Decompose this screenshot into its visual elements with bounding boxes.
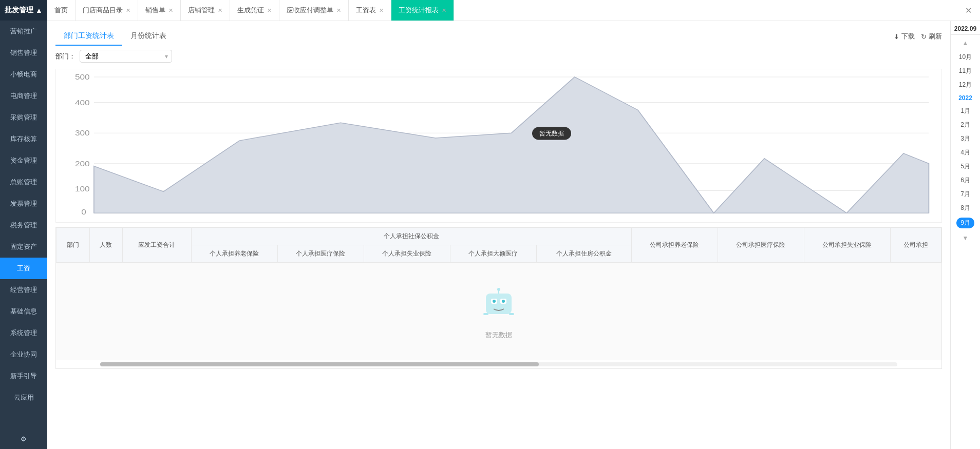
table-container: 部门 人数 应发工资合计 个人承担社保公积金 公司承担养老保险 公司承担医疗保险… <box>55 227 942 369</box>
calendar-month-feb[interactable]: 2月 <box>951 118 980 132</box>
sidebar-item-1[interactable]: 销售管理 <box>0 42 47 64</box>
department-select[interactable]: 全部 <box>80 50 172 63</box>
sidebar-item-11[interactable]: 工资 <box>0 258 47 279</box>
tab-7[interactable]: 工资统计报表✕ <box>391 0 454 21</box>
calendar-month-aug[interactable]: 8月 <box>951 201 980 215</box>
download-button[interactable]: ⬇ 下载 <box>894 32 915 41</box>
tab-close-6[interactable]: ✕ <box>379 7 384 14</box>
th-personal-medical: 个人承担医疗保险 <box>277 245 364 263</box>
main-panel: 部门工资统计表 月份统计表 ⬇ 下载 ↻ 刷新 部门： <box>47 21 950 449</box>
sidebar-item-8[interactable]: 发票管理 <box>0 193 47 214</box>
th-total-salary: 应发工资合计 <box>123 228 192 263</box>
sidebar-item-17[interactable]: 云应用 <box>0 387 47 408</box>
svg-text:500: 500 <box>75 73 90 81</box>
calendar-down-button[interactable]: ▼ <box>959 232 972 244</box>
tab-0[interactable]: 首页 <box>47 0 76 21</box>
sidebar-item-4[interactable]: 采购管理 <box>0 107 47 128</box>
empty-state: 暂无数据 <box>56 263 941 360</box>
calendar-month-mar[interactable]: 3月 <box>951 132 980 146</box>
th-company-other: 公司承担 <box>890 228 941 263</box>
tab-5[interactable]: 应收应付调整单✕ <box>279 0 349 21</box>
settings-button[interactable]: ⚙ <box>0 429 47 449</box>
sidebar-item-6[interactable]: 资金管理 <box>0 150 47 171</box>
refresh-button[interactable]: ↻ 刷新 <box>921 32 942 41</box>
right-panel: 2022.09 ▲ 10月 11月 12月 2022 1月 2月 3月 4月 5… <box>950 21 980 449</box>
th-company-medical: 公司承担医疗保险 <box>718 228 804 263</box>
content-area: 部门工资统计表 月份统计表 ⬇ 下载 ↻ 刷新 部门： <box>47 21 980 449</box>
tab-close-2[interactable]: ✕ <box>168 7 173 14</box>
th-personal-major-medical: 个人承担大额医疗 <box>450 245 536 263</box>
calendar-month-sep-active[interactable]: 9月 <box>951 215 980 231</box>
main-area: 首页门店商品目录✕销售单✕店铺管理✕生成凭证✕应收应付调整单✕工资表✕工资统计报… <box>47 0 980 449</box>
svg-point-21 <box>497 288 500 291</box>
filter-label: 部门： <box>55 52 76 61</box>
sidebar-item-0[interactable]: 营销推广 <box>0 21 47 42</box>
sidebar-item-10[interactable]: 固定资产 <box>0 236 47 258</box>
svg-text:200: 200 <box>75 160 90 167</box>
close-all-tabs-button[interactable]: ✕ <box>961 4 976 17</box>
toolbar: ⬇ 下载 ↻ 刷新 <box>888 32 942 41</box>
chart-svg: 500 400 300 200 100 0 <box>56 69 941 222</box>
table-scrollbar[interactable] <box>100 362 897 366</box>
tab-4[interactable]: 生成凭证✕ <box>230 0 279 21</box>
svg-point-17 <box>502 300 505 303</box>
tabs-bar: 首页门店商品目录✕销售单✕店铺管理✕生成凭证✕应收应付调整单✕工资表✕工资统计报… <box>47 0 980 21</box>
sub-tabs: 部门工资统计表 月份统计表 <box>55 27 175 46</box>
svg-text:100: 100 <box>75 185 90 193</box>
tab-close-3[interactable]: ✕ <box>218 7 222 14</box>
svg-rect-19 <box>509 313 514 315</box>
tab-1[interactable]: 门店商品目录✕ <box>76 0 138 21</box>
svg-point-16 <box>493 300 496 303</box>
tabs-actions: ✕ <box>961 4 980 17</box>
empty-icon <box>478 283 519 324</box>
tab-2[interactable]: 销售单✕ <box>138 0 181 21</box>
table-scrollbar-thumb[interactable] <box>100 362 538 366</box>
sidebar-item-9[interactable]: 税务管理 <box>0 214 47 236</box>
svg-marker-12 <box>94 77 929 213</box>
sidebar-item-15[interactable]: 企业协同 <box>0 344 47 365</box>
sidebar-header[interactable]: 批发管理 ▲ <box>0 0 47 21</box>
th-company-pension: 公司承担养老保险 <box>631 228 718 263</box>
sidebar-item-5[interactable]: 库存核算 <box>0 128 47 150</box>
tab-close-7[interactable]: ✕ <box>442 7 446 14</box>
download-icon: ⬇ <box>894 33 899 41</box>
calendar-year-label: 2022.09 <box>951 23 980 35</box>
calendar-month-may[interactable]: 5月 <box>951 160 980 173</box>
sidebar-item-12[interactable]: 经营管理 <box>0 279 47 301</box>
calendar-month-jan[interactable]: 1月 <box>951 104 980 118</box>
sidebar-item-14[interactable]: 系统管理 <box>0 322 47 344</box>
tab-close-5[interactable]: ✕ <box>336 7 341 14</box>
sidebar-item-7[interactable]: 总账管理 <box>0 171 47 193</box>
calendar-nav: ▲ 10月 11月 12月 2022 1月 2月 3月 4月 5月 6月 7月 … <box>951 36 980 245</box>
sidebar-arrow: ▲ <box>35 6 43 14</box>
tab-close-1[interactable]: ✕ <box>126 7 130 14</box>
calendar-month-dec[interactable]: 12月 <box>951 78 980 92</box>
sidebar-item-16[interactable]: 新手引导 <box>0 365 47 387</box>
sidebar: 批发管理 ▲ 营销推广销售管理小畅电商电商管理采购管理库存核算资金管理总账管理发… <box>0 0 47 449</box>
calendar-year-2022[interactable]: 2022 <box>951 92 980 104</box>
calendar-month-oct[interactable]: 10月 <box>951 50 980 64</box>
settings-icon: ⚙ <box>21 435 27 443</box>
svg-text:300: 300 <box>75 129 90 137</box>
tab-3[interactable]: 店铺管理✕ <box>181 0 230 21</box>
tab-6[interactable]: 工资表✕ <box>349 0 391 21</box>
svg-text:0: 0 <box>81 208 86 216</box>
sub-tab-month[interactable]: 月份统计表 <box>122 27 175 46</box>
download-label: 下载 <box>901 32 915 41</box>
sidebar-item-2[interactable]: 小畅电商 <box>0 64 47 85</box>
tab-close-4[interactable]: ✕ <box>267 7 272 14</box>
sub-tab-department[interactable]: 部门工资统计表 <box>55 27 122 46</box>
th-count: 人数 <box>89 228 123 263</box>
calendar-month-nov[interactable]: 11月 <box>951 64 980 78</box>
calendar-month-apr[interactable]: 4月 <box>951 146 980 160</box>
th-department: 部门 <box>56 228 90 263</box>
calendar-up-button[interactable]: ▲ <box>959 37 972 49</box>
sidebar-item-3[interactable]: 电商管理 <box>0 85 47 107</box>
sidebar-item-13[interactable]: 基础信息 <box>0 301 47 322</box>
department-filter-wrapper: 全部 <box>80 50 172 63</box>
calendar-month-jul[interactable]: 7月 <box>951 187 980 201</box>
th-personal-unemployment: 个人承担失业保险 <box>364 245 450 263</box>
svg-rect-18 <box>483 313 488 315</box>
calendar-month-jun[interactable]: 6月 <box>951 173 980 187</box>
sidebar-title: 批发管理 <box>5 6 33 15</box>
